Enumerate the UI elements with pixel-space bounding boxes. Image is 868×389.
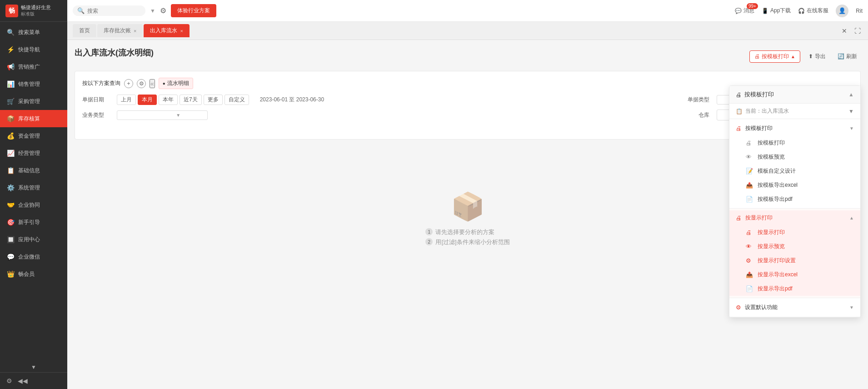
dropdown-close-arrow[interactable]: ▲ — [848, 91, 854, 98]
section-arrow-display-print: ▲ — [849, 215, 854, 220]
sidebar-item-wechat[interactable]: 💬企业微信 — [0, 248, 67, 265]
settings-icon[interactable]: ⚙ — [6, 377, 12, 384]
business-type-select[interactable]: ▼ — [117, 110, 208, 120]
empty-state-img: 📦 — [451, 190, 485, 223]
date-btn-this-year[interactable]: 本年 — [159, 95, 178, 105]
sales-icon: 📊 — [6, 80, 15, 88]
dropdown-current-icon: 📋 — [736, 108, 743, 115]
sidebar-item-purchase[interactable]: 🛒采购管理 — [0, 93, 67, 110]
sidebar-item-finance[interactable]: 💰资金管理 — [0, 127, 67, 145]
trial-btn[interactable]: 体验行业方案 — [171, 4, 216, 17]
dropdown-item-template-export-excel[interactable]: 📤 按模板导出excel — [729, 178, 860, 192]
app-download-icon: 📱 — [762, 8, 768, 14]
item-icon-template-export-excel: 📤 — [746, 182, 753, 189]
date-label: 单据日期 — [82, 96, 110, 104]
apps-icon: 🔲 — [6, 235, 15, 244]
print-btn[interactable]: 🖨 按模板打印 ▲ — [749, 50, 800, 63]
main-area: 🔍 ▼ ⚙ 体验行业方案 💬 消息 99+ 📱 App下载 🎧 在线客服 👤 R — [67, 0, 868, 389]
print-label: 按模板打印 — [762, 53, 789, 60]
dropdown-item-display-print-settings[interactable]: ⚙ 按显示打印设置 — [729, 254, 860, 268]
dropdown-scroll: 🖨 按模板打印 ▼ 🖨 按模板打印 👁 按模板预览 📝 模板自定义设计 📤 按模… — [729, 119, 860, 317]
tab-batch-close[interactable]: × — [134, 28, 136, 34]
sidebar-item-enterprise[interactable]: 🤝企业协同 — [0, 196, 67, 214]
scroll-down-btn[interactable]: ▼ — [31, 364, 36, 370]
date-btn-last-month[interactable]: 上月 — [117, 95, 136, 105]
dropdown-item-display-print-item[interactable]: 🖨 按显示打印 — [729, 225, 860, 239]
item-label-template-export-excel: 按模板导出excel — [758, 181, 798, 189]
page-content: 出入库流水(流水明细) 🖨 按模板打印 ▲ ⬆ 导出 🔄 刷新 — [67, 40, 868, 389]
dropdown-section-header-template-print[interactable]: 🖨 按模板打印 ▼ — [729, 121, 860, 136]
tab-home[interactable]: 首页 — [73, 24, 96, 37]
user-avatar[interactable]: 👤 — [836, 5, 848, 17]
date-btn-custom[interactable]: 自定义 — [224, 95, 249, 105]
item-label-display-preview: 按显示预览 — [758, 243, 785, 250]
search-box[interactable]: 🔍 — [73, 5, 145, 16]
dropdown-item-template-preview[interactable]: 👁 按模板预览 — [729, 150, 860, 164]
sidebar-label-finance: 资金管理 — [18, 132, 40, 140]
tab-expand-btn[interactable]: ⛶ — [853, 25, 863, 36]
sidebar-label-sales: 销售管理 — [18, 80, 40, 88]
section-arrow-default-func: ▼ — [849, 305, 854, 310]
message-badge: 99+ — [747, 3, 758, 9]
dropdown-item-template-print-item[interactable]: 🖨 按模板打印 — [729, 136, 860, 150]
search-input[interactable] — [87, 8, 133, 14]
business-type-arrow: ▼ — [176, 113, 204, 118]
collapse-icon[interactable]: ◀◀ — [18, 377, 28, 384]
tab-close-btn[interactable]: ✕ — [840, 25, 849, 36]
refresh-btn[interactable]: 🔄 刷新 — [834, 51, 861, 62]
sidebar-item-sales[interactable]: 📊销售管理 — [0, 75, 67, 93]
dropdown-section-header-display-print[interactable]: 🖨 按显示打印 ▲ — [729, 210, 860, 225]
app-download-btn[interactable]: 📱 App下载 — [762, 7, 791, 15]
date-btn-more[interactable]: 更多 — [204, 95, 223, 105]
sidebar-item-member[interactable]: 👑畅会员 — [0, 265, 67, 283]
dropdown-item-display-export-pdf[interactable]: 📄 按显示导出pdf — [729, 282, 860, 296]
topbar-settings-icon[interactable]: ⚙ — [160, 6, 166, 15]
dropdown-header-title: 🖨 按模板打印 — [736, 90, 774, 99]
sidebar-item-quick-nav[interactable]: ⚡快捷导航 — [0, 41, 67, 58]
dropdown-section-title-default-func: ⚙ 设置默认功能 — [736, 304, 778, 311]
item-icon-template-print-item: 🖨 — [746, 140, 753, 146]
sidebar-menu: 🔍搜索菜单⚡快捷导航📢营销推广📊销售管理🛒采购管理📦库存核算💰资金管理📈经营管理… — [0, 22, 67, 362]
message-btn[interactable]: 💬 消息 99+ — [735, 7, 754, 15]
member-icon: 👑 — [6, 270, 15, 278]
business-type-label: 业务类型 — [82, 111, 110, 119]
search-icon: 🔍 — [6, 28, 15, 36]
item-icon-display-preview: 👁 — [746, 243, 753, 250]
tab-in-out-flow[interactable]: 出入库流水 × — [144, 24, 189, 37]
dropdown-current-label: 📋 当前：出入库流水 — [736, 107, 789, 115]
doc-type-label: 单据类型 — [688, 96, 709, 104]
tip-text-2: 用[过滤]条件来缩小分析范围 — [435, 238, 509, 246]
filter-settings-btn[interactable]: ⚙ — [137, 79, 146, 88]
dropdown-item-template-custom[interactable]: 📝 模板自定义设计 — [729, 164, 860, 178]
sidebar-item-marketing[interactable]: 📢营销推广 — [0, 58, 67, 75]
sidebar-item-search[interactable]: 🔍搜索菜单 — [0, 24, 67, 41]
dropdown-section-display-print: 🖨 按显示打印 ▲ 🖨 按显示打印 👁 按显示预览 ⚙ 按显示打印设置 📤 按显… — [729, 209, 860, 298]
date-btn-this-month[interactable]: 本月 — [138, 95, 157, 105]
dropdown-item-display-export-excel[interactable]: 📤 按显示导出excel — [729, 268, 860, 282]
sidebar-item-guide[interactable]: 🎯新手引导 — [0, 214, 67, 231]
filter-add-btn[interactable]: + — [124, 79, 133, 88]
dropdown-item-template-export-pdf[interactable]: 📄 按模板导出pdf — [729, 192, 860, 206]
sidebar-item-apps[interactable]: 🔲应用中心 — [0, 231, 67, 248]
sidebar-label-wechat: 企业微信 — [18, 253, 40, 261]
filter-collapse-btn[interactable]: « — [150, 79, 155, 88]
section-label-template-print: 按模板打印 — [745, 125, 773, 132]
message-icon: 💬 — [735, 8, 742, 14]
finance-icon: 💰 — [6, 132, 15, 140]
sidebar-item-system[interactable]: ⚙️系统管理 — [0, 179, 67, 196]
sidebar-label-apps: 应用中心 — [18, 236, 40, 244]
sidebar-item-basic[interactable]: 📋基础信息 — [0, 162, 67, 179]
date-range: 2023-06-01 至 2023-06-30 — [260, 96, 324, 104]
tab-batch-account[interactable]: 库存批次账 × — [97, 24, 143, 37]
sidebar-item-operations[interactable]: 📈经营管理 — [0, 145, 67, 162]
dropdown-item-display-preview[interactable]: 👁 按显示预览 — [729, 239, 860, 254]
online-service-btn[interactable]: 🎧 在线客服 — [798, 7, 828, 15]
date-btn-last-7days[interactable]: 近7天 — [180, 95, 202, 105]
guide-icon: 🎯 — [6, 218, 15, 226]
search-dropdown-arrow[interactable]: ▼ — [150, 8, 155, 14]
tab-in-out-close[interactable]: × — [180, 28, 183, 34]
export-btn[interactable]: ⬆ 导出 — [805, 51, 829, 62]
sidebar-item-inventory[interactable]: 📦库存核算 — [0, 110, 67, 127]
dropdown-section-header-default-func[interactable]: ⚙ 设置默认功能 ▼ — [729, 300, 860, 315]
page-title: 出入库流水(流水明细) — [75, 47, 154, 58]
